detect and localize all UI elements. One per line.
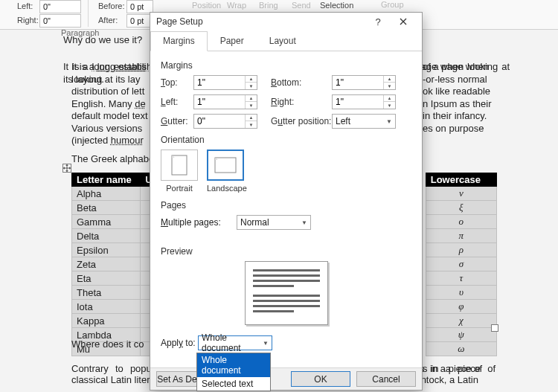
bottom-input[interactable]: [333, 77, 383, 88]
table-resize-handle[interactable]: [491, 324, 498, 332]
indent-left-label: Left:: [17, 1, 33, 10]
th-letter: Letter name: [72, 173, 141, 187]
orientation-landscape[interactable]: Landscape: [207, 150, 244, 193]
cell-lower: ξ: [426, 201, 496, 215]
left-spinner[interactable]: ▲▼: [193, 94, 257, 109]
help-button[interactable]: ?: [365, 13, 391, 30]
cell-lower: ρ: [426, 243, 496, 257]
dialog-title: Page Setup: [156, 16, 365, 27]
chevron-down-icon: ▼: [386, 118, 392, 125]
cell-lower: σ: [426, 257, 496, 271]
cell-letter-name: Iota: [72, 300, 141, 314]
left-input[interactable]: [194, 97, 245, 107]
dialog-titlebar[interactable]: Page Setup ?: [150, 13, 422, 30]
ribbon-frag-group: Group: [381, 0, 404, 9]
cell-lower: π: [426, 229, 496, 243]
ribbon-frag-bring: Bring: [259, 1, 278, 10]
preview-box: [245, 261, 328, 325]
doc-paragraph-right: of a page when -or-less normal ok like r…: [423, 61, 497, 135]
landscape-icon: [214, 157, 237, 173]
close-icon: [400, 18, 407, 25]
table-move-handle[interactable]: [62, 164, 71, 173]
cell-lower: φ: [426, 300, 496, 314]
cell-letter-name: Alpha: [72, 187, 141, 201]
dropdown-item-whole-document[interactable]: Whole document: [197, 353, 270, 377]
apply-to-combo[interactable]: Whole document▼: [198, 335, 272, 350]
cell-letter-name: Delta: [72, 229, 141, 243]
ribbon-frag-position: Position: [192, 1, 221, 10]
doc-contrary-right: s in a piece of: [423, 363, 496, 374]
cancel-button[interactable]: Cancel: [356, 371, 416, 387]
indent-right-input[interactable]: 0": [39, 14, 81, 28]
spin-up-icon[interactable]: ▲: [246, 76, 257, 83]
tab-layout[interactable]: Layout: [257, 31, 309, 51]
ribbon-frag-send: Send: [292, 1, 311, 10]
page-setup-dialog: Page Setup ? Margins Paper Layout Margin…: [150, 12, 423, 391]
gutter-spinner[interactable]: ▲▼: [193, 114, 257, 129]
cell-letter-name: Beta: [72, 201, 141, 215]
group-margins: Margins: [161, 60, 411, 71]
tab-paper[interactable]: Paper: [208, 31, 257, 51]
ok-button[interactable]: OK: [291, 371, 350, 387]
dialog-footer: Set As Defa OK Cancel: [150, 367, 422, 390]
cell-letter-name: Theta: [72, 286, 141, 300]
top-input[interactable]: [194, 77, 245, 88]
group-pages: Pages: [161, 200, 411, 211]
gutter-input[interactable]: [194, 116, 245, 126]
cell-lower: ν: [426, 187, 496, 201]
spacing-before-label: Before:: [98, 1, 124, 10]
orientation-portrait[interactable]: Portrait: [161, 150, 198, 193]
cell-lower: ψ: [426, 328, 496, 342]
right-spinner[interactable]: ▲▼: [332, 94, 396, 109]
th-lower: Lowercase: [426, 173, 496, 187]
cell-lower: χ: [426, 314, 496, 328]
cell-lower: ω: [426, 342, 496, 356]
cell-letter-name: Kappa: [72, 314, 141, 328]
label-top: op:: [165, 77, 178, 88]
right-input[interactable]: [333, 97, 383, 107]
close-button[interactable]: [391, 13, 416, 30]
spin-down-icon[interactable]: ▼: [246, 83, 257, 89]
svg-rect-1: [215, 158, 236, 173]
group-orientation: Orientation: [161, 135, 411, 145]
apply-to-dropdown[interactable]: Whole document Selected text: [196, 353, 271, 391]
margins-pane: Margins Top: ▲▼ Bottom: ▲▼ Left: ▲▼ Righ…: [150, 51, 422, 358]
portrait-icon: [171, 155, 187, 176]
top-spinner[interactable]: ▲▼: [193, 75, 257, 90]
cell-lower: υ: [426, 286, 496, 300]
spacing-after-label: After:: [98, 16, 118, 25]
doc-paragraph-left: It is a long establi looking at its lay …: [71, 61, 152, 147]
multiple-pages-combo[interactable]: Normal▼: [237, 215, 311, 230]
ribbon-frag-selection: Selection: [320, 1, 353, 10]
cell-letter-name: Epsilon: [72, 243, 141, 257]
svg-rect-0: [172, 155, 187, 175]
tab-margins[interactable]: Margins: [150, 31, 208, 51]
chevron-down-icon: ▼: [263, 340, 269, 347]
cell-letter-name: Gamma: [72, 215, 141, 229]
dropdown-item-selected-text[interactable]: Selected text: [197, 377, 270, 391]
indent-right-label: Right:: [17, 16, 39, 25]
gutter-position-combo[interactable]: Left▼: [332, 114, 396, 129]
cell-letter-name: Zeta: [72, 257, 141, 271]
cell-lower: ο: [426, 215, 496, 229]
cell-lower: τ: [426, 271, 496, 286]
doc-where-heading: Where does it co: [71, 338, 144, 350]
ribbon-frag-wrap: Wrap: [227, 1, 246, 10]
indent-left-input[interactable]: 0": [39, 0, 81, 13]
chevron-down-icon: ▼: [301, 219, 307, 226]
group-preview: Preview: [161, 246, 411, 257]
dialog-tabs: Margins Paper Layout: [150, 30, 422, 51]
bottom-spinner[interactable]: ▲▼: [332, 75, 396, 90]
separator: [88, 0, 89, 27]
cell-letter-name: Eta: [72, 271, 141, 286]
doc-subheading: The Greek alphabet: [71, 153, 157, 164]
